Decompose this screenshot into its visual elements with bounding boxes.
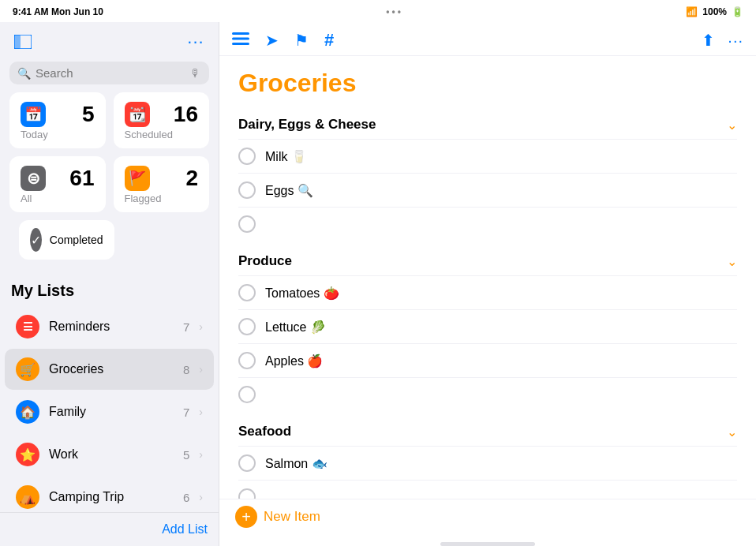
more-icon[interactable]: ···	[728, 32, 743, 50]
groceries-count: 8	[183, 363, 189, 376]
svg-rect-2	[232, 32, 249, 35]
camping-count: 6	[183, 491, 189, 504]
section-chevron-produce: ⌄	[727, 254, 737, 269]
new-item-button[interactable]: + New Item	[235, 506, 320, 528]
camping-icon: ⛺	[16, 485, 39, 509]
bullets-icon[interactable]	[232, 30, 249, 50]
chevron-right-icon: ›	[199, 320, 203, 333]
scheduled-count: 16	[174, 103, 198, 125]
reminder-item-salmon: Salmon 🐟	[238, 447, 737, 481]
reminder-item-eggs: Eggs 🔍	[238, 174, 737, 208]
reminder-text-apples: Apples 🍎	[265, 353, 323, 368]
section-title-dairy: Dairy, Eggs & Cheese	[238, 117, 376, 133]
completed-button[interactable]: ✓ Completed	[19, 220, 114, 260]
hash-icon[interactable]: #	[324, 30, 334, 50]
reminder-checkbox-milk[interactable]	[238, 148, 256, 165]
sidebar-item-family[interactable]: 🏠 Family 7 ›	[5, 391, 214, 432]
reminder-checkbox-apples[interactable]	[238, 352, 256, 369]
today-icon: 📅	[21, 102, 46, 127]
status-right: 📶 100% 🔋	[686, 6, 743, 17]
section-title-produce: Produce	[238, 253, 292, 269]
sidebar-item-camping[interactable]: ⛺ Camping Trip 6 ›	[5, 477, 214, 512]
sidebar-item-reminders[interactable]: ☰ Reminders 7 ›	[5, 306, 214, 347]
detail-pane: ➤ ⚑ # ⬆ ··· Groceries Dairy, Eggs & Chee…	[219, 22, 756, 546]
sidebar-item-work[interactable]: ⭐ Work 5 ›	[5, 434, 214, 475]
detail-toolbar: ➤ ⚑ # ⬆ ···	[219, 22, 756, 56]
detail-content: Groceries Dairy, Eggs & Cheese ⌄ Milk 🥛 …	[219, 56, 756, 499]
all-label: All	[21, 193, 95, 204]
add-circle-seafood	[238, 488, 256, 499]
status-time: 9:41 AM Mon Jun 10	[13, 6, 103, 17]
chevron-right-icon: ›	[199, 406, 203, 418]
home-indicator	[440, 542, 535, 546]
all-icon: ⊜	[21, 166, 46, 191]
bottom-bar: + New Item	[219, 499, 756, 537]
search-input[interactable]	[36, 66, 185, 80]
reminder-text-eggs: Eggs 🔍	[265, 183, 313, 198]
smart-lists-grid: 📅 5 Today 📆 16 Scheduled ⊜ 61 All	[0, 92, 219, 220]
sidebar-item-groceries[interactable]: 🛒 Groceries 8 ›	[5, 349, 214, 390]
section-header-seafood[interactable]: Seafood ⌄	[238, 417, 737, 447]
today-count: 5	[82, 103, 95, 125]
sidebar: ··· 🔍 🎙 📅 5 Today 📆 16 Scheduled	[0, 22, 219, 546]
lists-container: ☰ Reminders 7 › 🛒 Groceries 8 › 🏠 Family…	[0, 306, 219, 512]
add-row-produce[interactable]	[238, 378, 737, 411]
reminder-checkbox-salmon[interactable]	[238, 454, 256, 472]
toolbar-left-icons: ➤ ⚑ #	[232, 30, 334, 50]
flagged-label: Flagged	[125, 193, 199, 204]
family-count: 7	[183, 406, 189, 419]
section-chevron-seafood: ⌄	[727, 424, 737, 439]
reminders-count: 7	[183, 320, 189, 334]
smart-card-today[interactable]: 📅 5 Today	[9, 92, 106, 148]
reminder-item-apples: Apples 🍎	[238, 344, 737, 378]
reminder-item-lettuce: Lettuce 🥬	[238, 310, 737, 344]
groceries-icon: 🛒	[16, 357, 39, 381]
reminder-text-lettuce: Lettuce 🥬	[265, 320, 326, 335]
reminder-checkbox-lettuce[interactable]	[238, 318, 256, 335]
work-label: Work	[49, 447, 174, 462]
reminder-checkbox-eggs[interactable]	[238, 181, 256, 199]
add-circle-produce	[238, 386, 256, 403]
add-row-seafood[interactable]	[238, 481, 737, 499]
today-label: Today	[21, 129, 95, 140]
smart-card-scheduled[interactable]: 📆 16 Scheduled	[114, 92, 210, 148]
sidebar-toggle-button[interactable]	[11, 30, 35, 54]
reminder-text-salmon: Salmon 🐟	[265, 456, 327, 471]
section-dairy: Dairy, Eggs & Cheese ⌄ Milk 🥛 Eggs 🔍	[238, 110, 737, 241]
work-count: 5	[183, 448, 189, 462]
battery-text: 100%	[702, 6, 727, 17]
svg-rect-4	[232, 43, 249, 45]
flagged-icon: 🚩	[125, 166, 150, 191]
my-lists-header: My Lists	[0, 282, 219, 306]
microphone-icon[interactable]: 🎙	[190, 67, 201, 80]
smart-card-flagged[interactable]: 🚩 2 Flagged	[114, 156, 210, 212]
reminders-label: Reminders	[49, 320, 174, 334]
smart-card-all[interactable]: ⊜ 61 All	[9, 156, 106, 212]
location-icon[interactable]: ➤	[265, 31, 279, 50]
section-header-dairy[interactable]: Dairy, Eggs & Cheese ⌄	[238, 110, 737, 140]
camping-label: Camping Trip	[49, 490, 174, 504]
chevron-right-icon: ›	[199, 448, 203, 461]
family-label: Family	[49, 405, 174, 419]
new-item-label: New Item	[264, 509, 320, 525]
section-chevron-dairy: ⌄	[727, 118, 737, 133]
toolbar-right-icons: ⬆ ···	[702, 31, 743, 50]
new-item-plus-icon: +	[235, 506, 257, 528]
share-icon[interactable]: ⬆	[702, 31, 715, 50]
status-center-dots: •••	[386, 6, 403, 17]
reminder-text-tomatoes: Tomatoes 🍅	[265, 286, 339, 301]
flagged-count: 2	[185, 167, 198, 189]
status-bar: 9:41 AM Mon Jun 10 ••• 📶 100% 🔋	[0, 0, 756, 22]
completed-label: Completed	[50, 234, 103, 246]
add-list-button[interactable]: Add List	[0, 512, 219, 546]
flag-icon[interactable]: ⚑	[294, 31, 309, 50]
reminder-checkbox-tomatoes[interactable]	[238, 284, 256, 301]
section-header-produce[interactable]: Produce ⌄	[238, 247, 737, 276]
section-seafood: Seafood ⌄ Salmon 🐟	[238, 417, 737, 499]
svg-rect-0	[14, 35, 21, 49]
add-row-dairy[interactable]	[238, 208, 737, 241]
all-count: 61	[69, 167, 94, 189]
chevron-right-icon: ›	[199, 491, 203, 503]
search-bar[interactable]: 🔍 🎙	[9, 62, 209, 84]
sidebar-more-button[interactable]: ···	[184, 30, 208, 54]
